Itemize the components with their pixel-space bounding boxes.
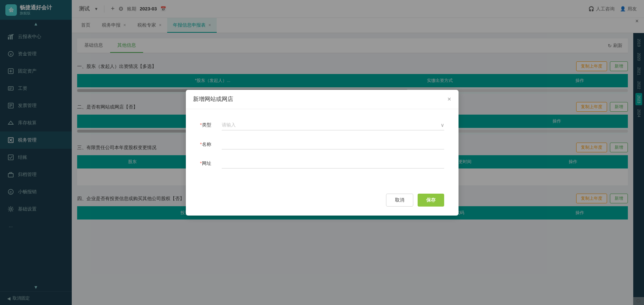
form-input-wrapper-type: ∨ [222, 120, 444, 130]
url-input[interactable] [222, 161, 444, 166]
dialog-overlay: 新增网站或网店 × *类型 ∨ *名称 [0, 0, 644, 305]
form-field-type: *类型 ∨ [200, 120, 444, 130]
dialog-title: 新增网站或网店 [193, 96, 233, 103]
dialog-body: *类型 ∨ *名称 *网址 [186, 109, 459, 188]
dropdown-arrow-icon[interactable]: ∨ [441, 122, 444, 128]
name-input[interactable] [222, 142, 444, 147]
save-button[interactable]: 保存 [418, 194, 444, 207]
dialog-footer: 取消 保存 [186, 188, 459, 216]
dialog-close-button[interactable]: × [447, 96, 451, 103]
type-input[interactable] [222, 122, 441, 128]
form-label-name: *名称 [200, 141, 218, 148]
form-input-wrapper-name [222, 139, 444, 149]
dialog: 新增网站或网店 × *类型 ∨ *名称 [186, 90, 459, 216]
form-field-url: *网址 [200, 158, 444, 168]
form-label-url: *网址 [200, 160, 218, 167]
form-label-type: *类型 [200, 122, 218, 128]
cancel-button[interactable]: 取消 [386, 194, 413, 207]
form-input-wrapper-url [222, 158, 444, 168]
form-field-name: *名称 [200, 139, 444, 149]
dialog-header: 新增网站或网店 × [186, 90, 459, 109]
